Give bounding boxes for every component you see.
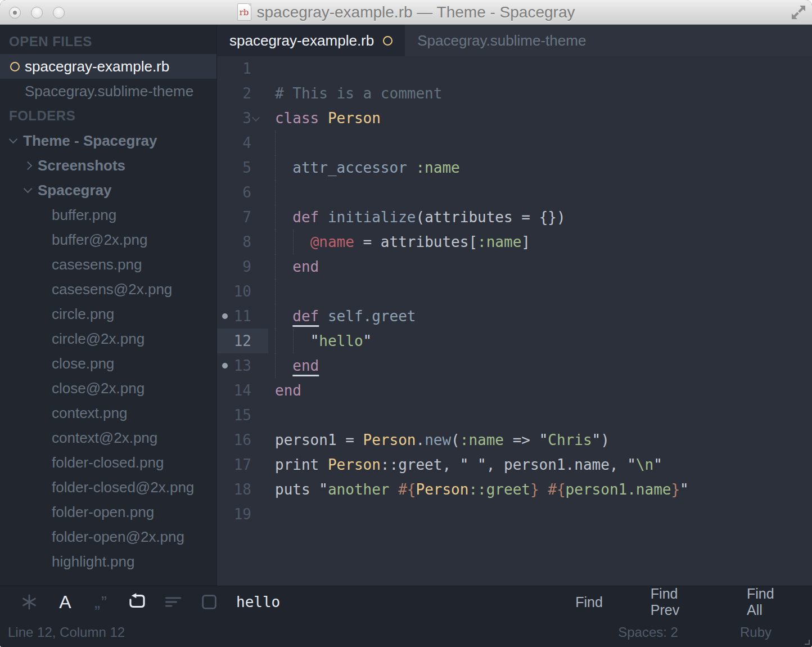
code-line[interactable]: 10 xyxy=(217,279,812,304)
tree-file-item[interactable]: folder-open.png xyxy=(0,500,216,524)
code-text: end xyxy=(275,353,319,378)
open-files-heading: OPEN FILES xyxy=(0,29,216,54)
tree-file-item[interactable]: casesens@2x.png xyxy=(0,277,216,302)
syntax-mode[interactable]: Ruby xyxy=(740,624,772,640)
code-segment xyxy=(319,308,328,325)
case-sensitive-icon[interactable]: A xyxy=(47,592,83,612)
find-button[interactable]: Find xyxy=(575,594,603,610)
code-segment: ( xyxy=(451,432,460,448)
tree-item-label: Screenshots xyxy=(38,157,125,174)
chevron-right-icon[interactable] xyxy=(24,161,33,170)
code-segment xyxy=(275,333,310,349)
find-all-button[interactable]: Find All xyxy=(747,586,784,618)
editor-tab[interactable]: Spacegray.sublime-theme xyxy=(405,25,598,56)
chevron-down-icon[interactable] xyxy=(24,184,33,193)
tree-file-item[interactable]: folder-open@2x.png xyxy=(0,524,216,549)
code-line[interactable]: 6 xyxy=(217,180,812,205)
code-segment: new xyxy=(425,432,451,448)
tree-file-item[interactable]: context@2x.png xyxy=(0,425,216,450)
indent-setting[interactable]: Spaces: 2 xyxy=(618,624,678,640)
tree-folder-item[interactable]: Screenshots xyxy=(0,153,216,178)
tree-file-item[interactable]: circle.png xyxy=(0,302,216,326)
code-line[interactable]: 2# This is a comment xyxy=(217,81,812,106)
zoom-button[interactable] xyxy=(53,7,65,19)
code-text: person1 = Person.new(:name => "Chris") xyxy=(275,428,610,452)
tree-file-item[interactable]: buffer@2x.png xyxy=(0,227,216,252)
tree-item-label: circle.png xyxy=(52,305,114,323)
open-file-item[interactable]: Spacegray.sublime-theme xyxy=(0,79,216,104)
tree-file-item[interactable]: highlight.png xyxy=(0,549,216,574)
code-line[interactable]: 12 "hello" xyxy=(217,329,812,353)
minimize-button[interactable] xyxy=(31,7,43,19)
wrap-icon[interactable] xyxy=(119,592,155,612)
gutter-dot-icon xyxy=(222,313,228,319)
code-line[interactable]: 15 xyxy=(217,403,812,428)
tree-file-item[interactable]: folder-closed@2x.png xyxy=(0,475,216,500)
chevron-down-icon[interactable] xyxy=(9,134,18,143)
tree-item-label: context.png xyxy=(52,405,127,422)
code-line[interactable]: 18puts "another #{Person::greet} #{perso… xyxy=(217,477,812,502)
resize-grip[interactable] xyxy=(805,640,810,645)
code-segment: ::greet, xyxy=(381,456,460,473)
tree-item-label: buffer@2x.png xyxy=(52,231,147,249)
code-editor[interactable]: 12# This is a comment3class Person45 att… xyxy=(217,56,812,586)
indent-guide xyxy=(275,180,276,205)
code-text: end xyxy=(275,254,319,279)
line-number: 9 xyxy=(217,254,268,279)
code-segment xyxy=(319,110,328,127)
tree-folder-item[interactable]: Spacegray xyxy=(0,178,216,203)
close-button[interactable] xyxy=(9,7,21,19)
preserve-case-icon[interactable] xyxy=(191,592,227,612)
code-line[interactable]: 3class Person xyxy=(217,106,812,131)
code-segment xyxy=(275,159,292,176)
editor-tab[interactable]: spacegray-example.rb xyxy=(217,25,405,56)
code-text: print Person::greet, " ", person1.name, … xyxy=(275,452,662,477)
regex-icon[interactable] xyxy=(11,592,47,612)
fullscreen-icon[interactable] xyxy=(790,3,808,21)
tree-file-item[interactable]: folder-closed.png xyxy=(0,450,216,475)
code-line[interactable]: 9 end xyxy=(217,254,812,279)
code-line[interactable]: 5 attr_accessor :name xyxy=(217,155,812,180)
tree-item-label: casesens.png xyxy=(52,256,142,273)
open-file-item[interactable]: spacegray-example.rb xyxy=(0,54,216,79)
code-line[interactable]: 8 @name = attributes[:name] xyxy=(217,230,812,254)
code-segment: def xyxy=(292,209,319,226)
tree-file-item[interactable]: close@2x.png xyxy=(0,376,216,401)
code-segment: print xyxy=(275,456,328,473)
sidebar: OPEN FILES spacegray-example.rbSpacegray… xyxy=(0,25,217,586)
code-line[interactable]: 19 xyxy=(217,502,812,527)
code-segment: Chris xyxy=(548,432,592,448)
code-segment: # This is a comment xyxy=(275,85,442,102)
tree-folder-item[interactable]: Theme - Spacegray xyxy=(0,128,216,153)
code-segment: self.greet xyxy=(328,308,416,325)
code-text: puts "another #{Person::greet} #{person1… xyxy=(275,477,689,502)
tree-file-item[interactable]: context.png xyxy=(0,401,216,425)
tree-file-item[interactable]: close.png xyxy=(0,351,216,376)
code-line[interactable]: 1 xyxy=(217,56,812,81)
whole-word-icon[interactable]: „” xyxy=(83,592,119,612)
find-prev-button[interactable]: Find Prev xyxy=(651,586,699,618)
code-line[interactable]: 4 xyxy=(217,131,812,155)
code-line[interactable]: 17print Person::greet, " ", person1.name… xyxy=(217,452,812,477)
tree-item-label: casesens@2x.png xyxy=(52,281,172,298)
tree-item-label: folder-closed@2x.png xyxy=(52,479,194,496)
code-line[interactable]: 7 def initialize(attributes = {}) xyxy=(217,205,812,230)
line-number: 14 xyxy=(217,378,268,403)
code-line[interactable]: 11 def self.greet xyxy=(217,304,812,329)
in-selection-icon[interactable] xyxy=(155,592,191,612)
code-line[interactable]: 14end xyxy=(217,378,812,403)
code-segment: (attributes = {}) xyxy=(416,209,565,226)
modified-circle-icon xyxy=(383,36,393,46)
code-segment: class xyxy=(275,110,319,127)
modified-dot xyxy=(13,11,17,15)
code-line[interactable]: 16person1 = Person.new(:name => "Chris") xyxy=(217,428,812,452)
line-number: 16 xyxy=(217,428,268,452)
tree-item-label: buffer.png xyxy=(52,206,116,224)
tree-file-item[interactable]: circle@2x.png xyxy=(0,326,216,351)
tree-file-item[interactable]: buffer.png xyxy=(0,203,216,227)
code-line[interactable]: 13 end xyxy=(217,353,812,378)
code-segment: ::greet xyxy=(468,481,530,498)
code-segment: Person xyxy=(328,110,381,127)
tree-file-item[interactable]: casesens.png xyxy=(0,252,216,277)
find-input[interactable] xyxy=(236,594,527,610)
